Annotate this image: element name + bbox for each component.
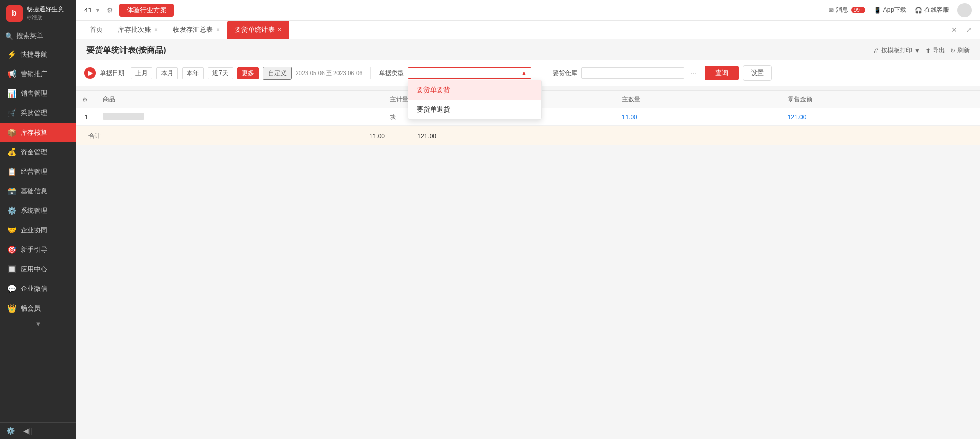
row-amount: 121.00	[781, 108, 980, 126]
sidebar-item-quick-nav[interactable]: ⚡ 快捷导航	[0, 45, 76, 64]
sidebar-search-label: 搜索菜单	[16, 31, 43, 41]
tab-home[interactable]: 首页	[82, 21, 111, 39]
filter-area: ▶ 单据日期 上月 本月 本年 近7天 更多 自定义 2023-05-06 至 …	[76, 60, 980, 86]
filter-divider-2	[540, 67, 540, 79]
filter-toggle-btn[interactable]: ▶	[84, 67, 96, 79]
sidebar-label-purchase: 采购管理	[21, 108, 47, 118]
basic-info-icon: 🗃️	[7, 187, 16, 196]
col-product-header: 商品	[97, 91, 384, 108]
tab-receive-summary-close[interactable]: ×	[216, 26, 220, 33]
dropdown-item-requisition-order[interactable]: 要货单要货	[408, 80, 541, 100]
sidebar-settings-icon[interactable]: ⚙️	[6, 427, 15, 435]
warehouse-label: 要货仓库	[553, 69, 577, 78]
company-dropdown-arrow[interactable]: ▼	[95, 7, 100, 13]
header-gear-icon[interactable]: ⚙	[106, 6, 113, 14]
sidebar-item-purchase[interactable]: 🛒 采购管理	[0, 103, 76, 123]
sidebar-item-basic-info[interactable]: 🗃️ 基础信息	[0, 181, 76, 201]
print-btn[interactable]: 🖨 按模板打印 ▼	[873, 46, 920, 55]
sidebar-item-search[interactable]: 🔍 搜索菜单	[0, 27, 76, 45]
col-settings-header[interactable]: ⚙	[76, 91, 97, 108]
sidebar-bottom: ⚙️ ◀‖	[0, 422, 76, 439]
sidebar-label-member: 畅会员	[21, 304, 41, 313]
sidebar-item-operations[interactable]: 📋 经营管理	[0, 162, 76, 181]
date-range-display: 2023-05-06 至 2023-06-06	[296, 69, 363, 77]
sidebar-item-sales[interactable]: 📊 销售管理	[0, 84, 76, 103]
online-service-btn[interactable]: 🎧 在线客服	[915, 6, 949, 14]
footer-quantity: 11.00	[340, 133, 391, 140]
date-btn-last-month[interactable]: 上月	[131, 67, 152, 79]
date-btn-custom[interactable]: 自定义	[263, 67, 292, 80]
type-select-input[interactable]	[413, 69, 521, 77]
sidebar-item-guide[interactable]: 🎯 新手引导	[0, 240, 76, 260]
sidebar-label-quick-nav: 快捷导航	[21, 50, 47, 59]
date-label: 单据日期	[100, 69, 124, 78]
tab-receive-summary[interactable]: 收发存汇总表 ×	[166, 21, 227, 39]
sidebar-collapse-icon[interactable]: ◀‖	[23, 427, 32, 435]
tab-inventory-batch-close[interactable]: ×	[154, 26, 158, 33]
sidebar-item-apps[interactable]: 🔲 应用中心	[0, 260, 76, 279]
enterprise-icon: 🤝	[7, 226, 16, 235]
date-btn-this-month[interactable]: 本月	[156, 67, 178, 79]
query-btn[interactable]: 查询	[705, 66, 739, 80]
sidebar-logo: b 畅捷通好生意 标准版	[0, 0, 76, 27]
footer-label: 合计	[82, 132, 175, 140]
tab-inventory-batch-label: 库存批次账	[118, 25, 151, 34]
warehouse-more-icon[interactable]: ···	[690, 69, 697, 77]
type-select-box[interactable]: ▲	[408, 67, 531, 79]
user-avatar[interactable]	[957, 3, 972, 17]
top-header: 41 ▼ ⚙ 体验行业方案 ✉ 消息 99+ 📱 App下载 🎧 在线客服	[76, 0, 980, 21]
system-icon: ⚙️	[7, 206, 16, 215]
date-btn-7days[interactable]: 近7天	[208, 67, 233, 79]
sidebar-item-inventory[interactable]: 📦 库存核算	[0, 123, 76, 142]
tab-requisition-summary[interactable]: 要货单统计表 ×	[227, 21, 289, 39]
sidebar-item-enterprise[interactable]: 🤝 企业协同	[0, 221, 76, 240]
page-header: 要货单统计表(按商品) 🖨 按模板打印 ▼ ⬆ 导出 ↻ 刷新	[76, 39, 980, 60]
tabs-close-all[interactable]: ✕	[949, 24, 959, 36]
wechat-icon: 💬	[7, 284, 16, 294]
service-icon: 🎧	[915, 7, 922, 14]
refresh-btn[interactable]: ↻ 刷新	[950, 46, 970, 55]
sidebar-item-member[interactable]: 👑 畅会员	[0, 299, 76, 318]
sidebar-item-system[interactable]: ⚙️ 系统管理	[0, 201, 76, 221]
sidebar-item-finance[interactable]: 💰 资金管理	[0, 142, 76, 162]
app-download-btn[interactable]: 📱 App下载	[874, 6, 906, 14]
phone-icon: 📱	[874, 7, 881, 14]
logo-company: 畅捷通好生意	[27, 6, 64, 14]
messages-btn[interactable]: ✉ 消息 99+	[829, 6, 865, 14]
logo-icon: b	[6, 5, 23, 22]
tab-receive-summary-label: 收发存汇总表	[173, 25, 213, 34]
date-btn-more[interactable]: 更多	[237, 67, 259, 79]
marketing-icon: 📢	[7, 69, 16, 79]
sidebar-item-marketing[interactable]: 📢 营销推广	[0, 64, 76, 84]
warehouse-input[interactable]	[581, 67, 684, 79]
print-dropdown-arrow[interactable]: ▼	[914, 47, 920, 54]
sales-icon: 📊	[7, 89, 16, 98]
sidebar-label-basic-info: 基础信息	[21, 187, 47, 196]
footer-amount: 121.00	[391, 133, 442, 140]
message-icon: ✉	[829, 7, 834, 14]
main-area: 41 ▼ ⚙ 体验行业方案 ✉ 消息 99+ 📱 App下载 🎧 在线客服 首页	[76, 0, 980, 439]
apps-icon: 🔲	[7, 265, 16, 274]
settings-btn[interactable]: 设置	[743, 65, 772, 81]
company-selector[interactable]: 41 ▼	[84, 6, 100, 14]
tabs-expand[interactable]: ⤢	[964, 24, 974, 36]
trial-btn[interactable]: 体验行业方案	[119, 4, 174, 17]
inventory-icon: 📦	[7, 128, 16, 137]
export-btn[interactable]: ⬆ 导出	[925, 46, 945, 55]
sidebar-label-inventory: 库存核算	[21, 128, 47, 137]
search-icon: 🔍	[5, 32, 13, 40]
refresh-icon: ↻	[950, 47, 955, 54]
type-label: 单据类型	[379, 69, 404, 78]
tab-inventory-batch[interactable]: 库存批次账 ×	[111, 21, 166, 39]
finance-icon: 💰	[7, 148, 16, 157]
col-amount-header: 零售金额	[781, 91, 980, 108]
tab-requisition-summary-label: 要货单统计表	[235, 25, 275, 34]
tab-requisition-summary-close[interactable]: ×	[278, 26, 281, 33]
date-btn-this-year[interactable]: 本年	[182, 67, 204, 79]
dropdown-item-requisition-return[interactable]: 要货单退货	[408, 100, 541, 119]
table-footer: 合计 11.00 121.00	[76, 126, 980, 145]
sidebar-scroll-down[interactable]: ▼	[0, 318, 76, 330]
sidebar-item-wechat[interactable]: 💬 企业微信	[0, 279, 76, 299]
type-select-arrow[interactable]: ▲	[521, 69, 527, 77]
row-index: 1	[76, 108, 97, 126]
